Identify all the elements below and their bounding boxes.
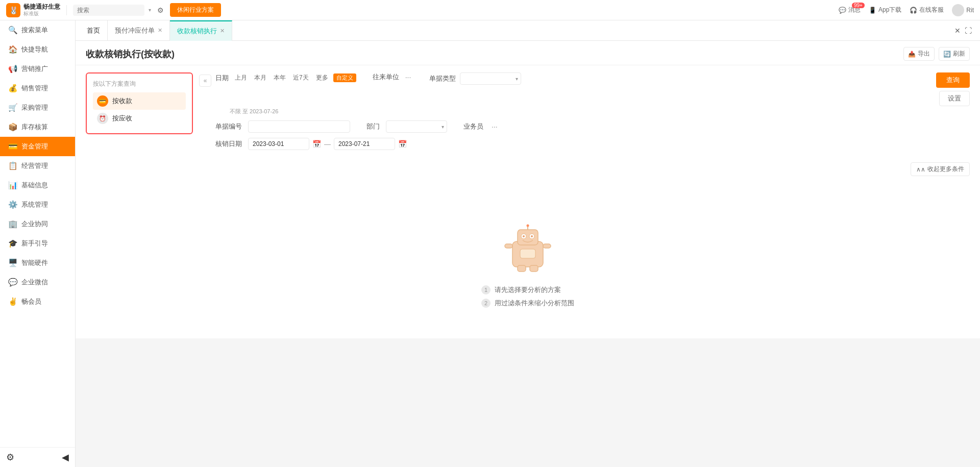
date-btn-last-month[interactable]: 上月 [233, 72, 249, 83]
search-icon: 🔍 [8, 26, 17, 35]
calendar-start-icon[interactable]: 📅 [312, 140, 321, 148]
message-badge: 99+ [852, 3, 865, 8]
tab-prepay[interactable]: 预付冲应付单 ✕ [108, 20, 170, 41]
sidebar-item-enterprise[interactable]: 🏢 企业协同 [0, 214, 75, 234]
calendar-end-icon[interactable]: 📅 [398, 140, 407, 148]
sidebar-item-purchase[interactable]: 🛒 采购管理 [0, 98, 75, 117]
home-icon: 🏠 [8, 45, 17, 54]
sidebar-item-finance[interactable]: 💳 资金管理 [0, 137, 75, 156]
chevron-up-icon: ∧∧ [916, 166, 925, 173]
dept-select[interactable] [386, 120, 447, 133]
verify-date-start-input[interactable] [248, 138, 309, 150]
solution-button[interactable]: 休闲行业方案 [170, 3, 221, 17]
topbar-search-input[interactable] [73, 5, 144, 16]
sidebar-item-quick-nav[interactable]: 🏠 快捷导航 [0, 40, 75, 59]
topbar: 🐰 畅捷通好生意 标准版 ▾ ⚙ 休闲行业方案 💬 消息 99+ 📱 App下载… [0, 0, 980, 20]
tip-num-2: 2 [481, 299, 491, 308]
refresh-button[interactable]: 🔄 刷新 [939, 47, 970, 61]
user-area[interactable]: Rit [952, 4, 974, 16]
query-btn-area: 查询 设置 [932, 72, 970, 106]
sidebar-item-wechat[interactable]: 💬 企业微信 [0, 273, 75, 292]
settings-icon[interactable]: ⚙ [6, 452, 14, 463]
sidebar-item-basic[interactable]: 📊 基础信息 [0, 176, 75, 195]
enterprise-icon: 🏢 [8, 219, 17, 229]
sidebar-item-member[interactable]: ✌️ 畅会员 [0, 292, 75, 311]
page-header-actions: 📤 导出 🔄 刷新 [903, 47, 970, 61]
sidebar-item-label: 经营管理 [21, 161, 48, 170]
sidebar-item-newbie[interactable]: 🎓 新手引导 [0, 234, 75, 253]
date-btn-this-month[interactable]: 本月 [252, 72, 268, 83]
tab-close-icon[interactable]: ✕ [158, 27, 162, 34]
sidebar-item-label: 智能硬件 [21, 258, 48, 267]
sidebar: 🔍 搜索菜单 🏠 快捷导航 📢 营销推广 💰 销售管理 🛒 采购管理 📦 库存核… [0, 20, 76, 467]
content-area: 首页 预付冲应付单 ✕ 收款核销执行 ✕ ✕ ⛶ 收款核销执行(按收款) [76, 20, 980, 467]
filter-right-panel: 日期 上月 本月 本年 近7天 更多 自定义 [215, 72, 970, 153]
empty-tips: 1 请先选择要分析的方案 2 用过滤条件来缩小分析范围 [481, 285, 574, 308]
refresh-icon: 🔄 [943, 51, 951, 58]
sidebar-item-hardware[interactable]: 🖥️ 智能硬件 [0, 253, 75, 273]
date-btn-more[interactable]: 更多 [314, 72, 330, 83]
svg-rect-1 [518, 230, 538, 245]
chevron-down-icon[interactable]: ▾ [149, 7, 151, 13]
bill-no-input[interactable] [248, 120, 350, 133]
date-btn-7days[interactable]: 近7天 [291, 72, 311, 83]
system-icon: ⚙️ [8, 200, 17, 209]
date-range-hint: 不限 至 2023-07-26 [230, 108, 278, 114]
sales-icon: 💰 [8, 84, 17, 93]
filter-option-by-receivable[interactable]: ⏰ 按应收 [93, 110, 186, 127]
sidebar-item-business[interactable]: 📋 经营管理 [0, 156, 75, 176]
setting-button[interactable]: 设置 [939, 91, 970, 106]
page-header: 收款核销执行(按收款) 📤 导出 🔄 刷新 [76, 41, 980, 65]
tab-home[interactable]: 首页 [80, 20, 108, 41]
date-custom-badge[interactable]: 自定义 [333, 73, 356, 82]
tip-num-1: 1 [481, 285, 491, 294]
sidebar-item-inventory[interactable]: 📦 库存核算 [0, 117, 75, 137]
filter-section: 按以下方案查询 💳 按收款 ⏰ 按应收 « [76, 65, 980, 160]
collapse-more-label: 收起更多条件 [927, 165, 964, 174]
verify-date-end-input[interactable] [334, 138, 395, 150]
partner-more-icon[interactable]: ··· [403, 73, 413, 81]
staff-more-icon[interactable]: ··· [489, 122, 500, 131]
sidebar-item-label: 营销推广 [21, 64, 48, 73]
tip-text-1: 请先选择要分析的方案 [495, 285, 561, 294]
tab-bar: 首页 预付冲应付单 ✕ 收款核销执行 ✕ ✕ ⛶ [76, 20, 980, 41]
collapse-filter-button[interactable]: « [199, 75, 211, 87]
refresh-label: 刷新 [953, 50, 965, 58]
sidebar-item-sales[interactable]: 💰 销售管理 [0, 79, 75, 98]
dept-select-wrap [386, 120, 447, 133]
query-button[interactable]: 查询 [936, 72, 970, 88]
wechat-icon: 💬 [8, 278, 17, 287]
export-button[interactable]: 📤 导出 [903, 47, 935, 61]
app-download-button[interactable]: 📱 App下载 [869, 6, 901, 14]
basic-icon: 📊 [8, 181, 17, 190]
tab-label: 首页 [87, 26, 100, 35]
expand-icon[interactable]: ⛶ [965, 27, 972, 35]
message-button[interactable]: 💬 消息 99+ [839, 6, 861, 14]
sidebar-item-search[interactable]: 🔍 搜索菜单 [0, 20, 75, 40]
newbie-icon: 🎓 [8, 239, 17, 248]
topbar-divider [66, 5, 67, 15]
avatar [952, 4, 964, 16]
online-service-button[interactable]: 🎧 在线客服 [910, 6, 944, 14]
page-inner: 收款核销执行(按收款) 📤 导出 🔄 刷新 [76, 41, 980, 338]
inventory-icon: 📦 [8, 122, 17, 132]
tab-receipt-verify[interactable]: 收款核销执行 ✕ [170, 20, 232, 41]
date-label: 日期 [215, 73, 229, 83]
svg-rect-10 [518, 265, 526, 272]
date-btn-this-year[interactable]: 本年 [272, 72, 288, 83]
filter-option-by-receipt[interactable]: 💳 按收款 [93, 92, 186, 110]
bill-type-select[interactable] [460, 72, 521, 85]
collapse-sidebar-icon[interactable]: ◀ [62, 452, 69, 463]
logo-icon: 🐰 [6, 3, 20, 17]
logo-text: 畅捷通好生意 [23, 3, 60, 10]
robot-svg [502, 224, 553, 275]
tab-close-icon[interactable]: ✕ [220, 28, 225, 34]
close-tab-icon[interactable]: ✕ [954, 27, 961, 35]
sidebar-item-label: 系统管理 [21, 200, 48, 209]
gear-icon[interactable]: ⚙ [157, 6, 164, 14]
sidebar-item-system[interactable]: ⚙️ 系统管理 [0, 195, 75, 214]
tab-label: 收款核销执行 [177, 27, 217, 36]
collapse-more-button[interactable]: ∧∧ 收起更多条件 [911, 162, 970, 176]
sidebar-item-marketing[interactable]: 📢 营销推广 [0, 59, 75, 79]
sidebar-item-label: 快捷导航 [21, 45, 48, 54]
